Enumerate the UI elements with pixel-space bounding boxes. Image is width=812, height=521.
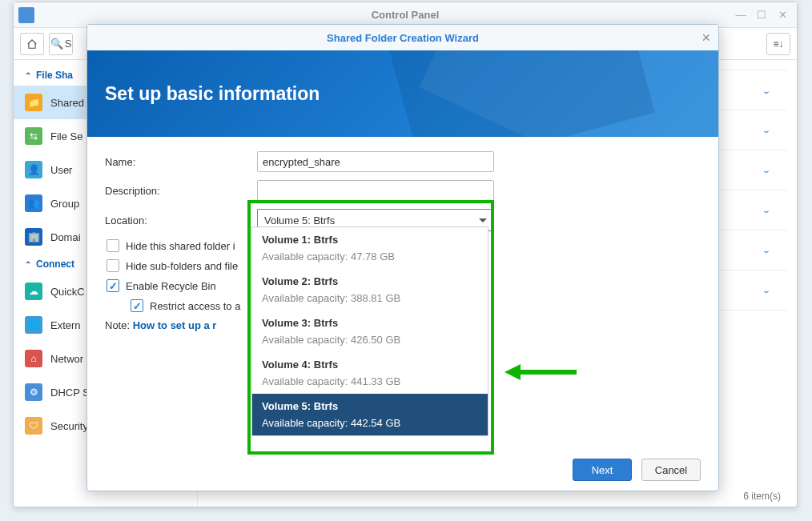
search-icon: 🔍 [50,38,63,50]
sort-button[interactable]: ≡↓ [766,33,790,55]
shield-icon: 🛡 [25,417,42,435]
network-icon: ⌂ [25,350,42,367]
name-label: Name: [105,156,257,168]
home-icon [26,38,38,50]
volume-option-5[interactable]: Volume 5: Btrfs Available capacity: 442.… [252,394,488,435]
restrict-access-checkbox[interactable] [131,299,143,312]
chevron-down-icon: ⌄ [762,206,771,214]
svg-marker-1 [504,364,521,380]
volume-option-4[interactable]: Volume 4: Btrfs Available capacity: 441.… [252,352,488,394]
chevron-down-icon: ⌄ [762,126,771,134]
file-icon: ⇆ [25,127,42,145]
maximize-icon[interactable]: ☐ [752,7,771,23]
sort-icon: ≡↓ [773,38,783,50]
chevron-down-icon: ⌄ [762,286,771,295]
note-label: Note: [105,319,130,331]
globe-icon: 🌐 [25,316,42,334]
window-title: Control Panel [372,9,440,21]
volume-option-2[interactable]: Volume 2: Btrfs Available capacity: 388.… [252,269,488,311]
folder-icon: 📁 [25,94,42,111]
user-icon: 👤 [25,161,42,178]
group-icon: 👥 [25,194,42,212]
recycle-bin-label: Enable Recycle Bin [126,280,216,292]
recycle-bin-checkbox[interactable] [107,279,119,292]
cancel-button[interactable]: Cancel [641,459,701,481]
wizard-title: Shared Folder Creation Wizard [327,32,479,44]
restrict-access-label: Restrict access to a [150,300,240,312]
cloud-icon: ☁ [25,283,42,300]
status-bar: 6 item(s) [743,491,781,502]
location-dropdown: Volume 1: Btrfs Available capacity: 47.7… [251,226,488,436]
home-button[interactable] [20,33,44,55]
minimize-icon[interactable]: — [731,7,750,23]
chevron-down-icon: ⌄ [762,246,771,254]
hide-subfolders-checkbox[interactable] [107,259,119,272]
chevron-down-icon: ⌄ [762,86,771,94]
window-controls: — ☐ ✕ [731,7,792,23]
search-button[interactable]: 🔍 S [49,33,73,55]
description-label: Description: [105,185,257,197]
name-input[interactable] [257,151,494,172]
domain-icon: 🏢 [25,228,42,246]
dhcp-icon: ⚙ [25,383,42,401]
location-label: Location: [105,214,257,226]
wizard-titlebar: Shared Folder Creation Wizard × [87,25,718,50]
wizard-footer: Next Cancel [87,449,718,491]
app-icon [18,7,34,23]
wizard-banner: Set up basic information [87,50,718,137]
chevron-down-icon: ⌄ [762,166,771,174]
close-button[interactable]: × [701,30,710,46]
volume-option-1[interactable]: Volume 1: Btrfs Available capacity: 47.7… [252,227,488,269]
note-link[interactable]: How to set up a r [133,319,217,331]
hide-folder-checkbox[interactable] [107,239,119,252]
next-button[interactable]: Next [573,459,632,481]
volume-option-3[interactable]: Volume 3: Btrfs Available capacity: 426.… [252,311,488,352]
annotation-arrow [504,360,577,384]
hide-subfolders-label: Hide sub-folders and file [126,260,238,272]
close-icon[interactable]: ✕ [773,7,792,23]
description-input[interactable] [257,180,494,201]
hide-folder-label: Hide this shared folder i [126,240,235,252]
location-dropdown-wrap: Volume 1: Btrfs Available capacity: 47.7… [251,204,488,436]
banner-title: Set up basic information [105,83,320,105]
